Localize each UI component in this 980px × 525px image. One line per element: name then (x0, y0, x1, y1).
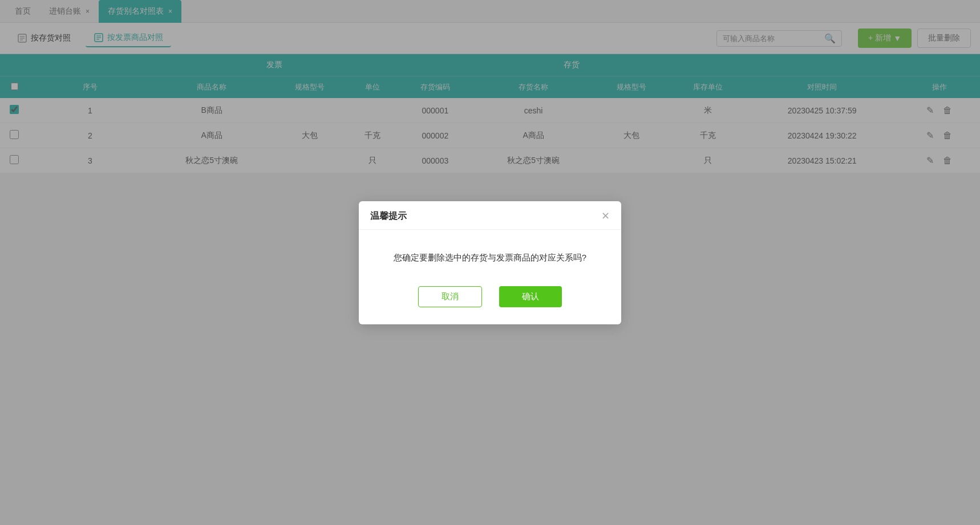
modal-overlay: 温馨提示 ✕ 您确定要删除选中的存货与发票商品的对应关系吗? 取消 确认 (0, 0, 980, 173)
